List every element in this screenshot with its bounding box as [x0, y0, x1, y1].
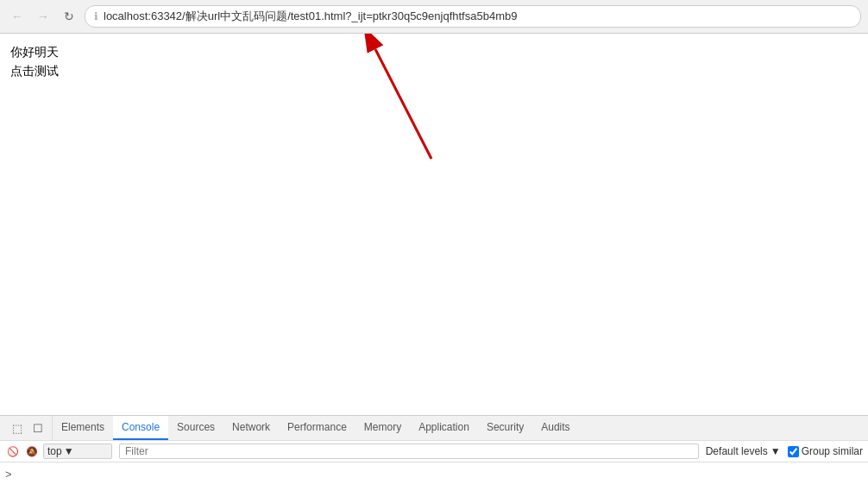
group-similar-checkbox[interactable]	[788, 446, 799, 457]
url-text: localhost:63342/解决url中文乱码问题/test01.html?…	[104, 9, 852, 24]
tab-audits[interactable]: Audits	[532, 416, 578, 440]
level-label: Default levels	[706, 445, 768, 457]
arrow-annotation	[0, 34, 868, 415]
level-dropdown-icon: ▼	[771, 445, 781, 457]
red-arrow-svg	[0, 34, 868, 415]
tab-console[interactable]: Console	[113, 416, 168, 440]
tab-sources[interactable]: Sources	[168, 416, 223, 440]
context-selector[interactable]: top ▼	[43, 444, 112, 459]
devtools-tabs-bar: ⬚ ☐ Elements Console Sources Network Per…	[0, 416, 868, 441]
console-content: >	[0, 462, 868, 497]
refresh-button[interactable]: ↻	[59, 6, 79, 27]
group-similar-label: Group similar	[802, 445, 863, 457]
group-similar-container: Group similar	[788, 445, 863, 457]
tab-memory[interactable]: Memory	[355, 416, 410, 440]
context-label: top	[47, 445, 62, 457]
clear-console-icon[interactable]: 🚫	[5, 444, 21, 459]
devtools-panel: ⬚ ☐ Elements Console Sources Network Per…	[0, 415, 868, 497]
console-settings-icon[interactable]: 🔕	[24, 444, 40, 459]
address-bar[interactable]: ℹ localhost:63342/解决url中文乱码问题/test01.htm…	[85, 5, 861, 28]
browser-chrome: ← → ↻ ℹ localhost:63342/解决url中文乱码问题/test…	[0, 0, 868, 34]
back-button[interactable]: ←	[7, 6, 28, 27]
tab-network[interactable]: Network	[223, 416, 279, 440]
tab-application[interactable]: Application	[410, 416, 478, 440]
filter-input[interactable]	[119, 444, 699, 459]
devtools-toolbar: 🚫 🔕 top ▼ Default levels ▼ Group similar	[0, 441, 868, 462]
devtools-icon-bar: ⬚ ☐	[3, 416, 53, 440]
device-toolbar-icon[interactable]: ☐	[29, 419, 47, 437]
page-content: 你好明天 点击测试	[0, 34, 868, 415]
level-selector[interactable]: Default levels ▼	[706, 445, 781, 457]
tab-elements[interactable]: Elements	[53, 416, 113, 440]
lock-icon: ℹ	[94, 10, 98, 22]
console-prompt[interactable]: >	[0, 466, 17, 482]
inspect-element-icon[interactable]: ⬚	[9, 419, 26, 437]
tab-performance[interactable]: Performance	[279, 416, 355, 440]
tab-security[interactable]: Security	[478, 416, 532, 440]
page-text: 你好明天 点击测试	[0, 34, 868, 90]
line1: 你好明天	[10, 42, 858, 61]
forward-button[interactable]: →	[33, 6, 53, 27]
nav-bar: ← → ↻ ℹ localhost:63342/解决url中文乱码问题/test…	[0, 0, 868, 33]
line2: 点击测试	[10, 61, 858, 80]
context-dropdown-icon: ▼	[64, 445, 74, 457]
